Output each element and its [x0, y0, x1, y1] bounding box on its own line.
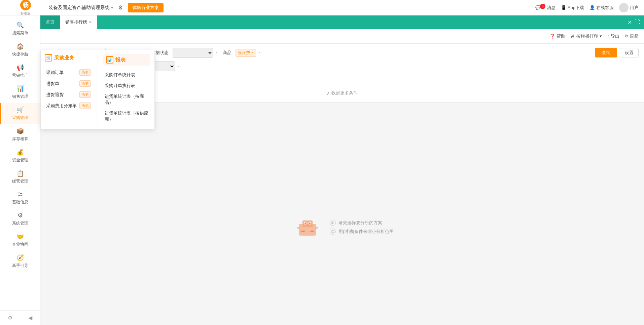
- tab-close-btn[interactable]: ✕: [628, 19, 632, 26]
- print-action[interactable]: 🖨 按模板打印 ▾: [571, 33, 602, 39]
- help-action[interactable]: ❓ 帮助: [550, 33, 565, 39]
- empty-illustration: [291, 214, 324, 241]
- sidebar-item-enterprise[interactable]: 🤝 企业协同: [0, 230, 40, 251]
- system-title-dropdown[interactable]: 装备及固定资产辅助管理系统 ▾: [48, 5, 113, 11]
- svg-rect-6: [301, 231, 305, 232]
- goods-label: 商品: [223, 50, 231, 56]
- sidebar-item-finance[interactable]: 💰 资金管理: [0, 145, 40, 166]
- dropdown-item-goods-in-stat-by-goods[interactable]: 进货单统计表（按商品）: [103, 91, 151, 108]
- purchase-menu-icon: 🛒: [45, 54, 52, 62]
- dropdown-item-purchase-cost[interactable]: 采购费用分摊单 历史: [45, 100, 92, 111]
- header-right: 💬 5 消息 📱 App下载 👤 在线客服 用户: [535, 3, 639, 12]
- sidebar-item-search[interactable]: 🔍 搜索菜单: [0, 18, 40, 39]
- empty-text-list: ① 请先选择要分析的方案 ② 用[过滤]条件来缩小分析范围: [330, 220, 393, 235]
- sidebar-item-quicknav[interactable]: 🏠 快捷导航: [0, 39, 40, 60]
- svg-point-4: [305, 222, 306, 224]
- inventory-icon: 📦: [16, 127, 24, 135]
- sidebar-item-operations[interactable]: 📋 经营管理: [0, 166, 40, 188]
- dropdown-item-goods-in-stat-by-supplier[interactable]: 进货单统计表（按供应商）: [103, 108, 151, 125]
- svg-point-5: [309, 222, 311, 224]
- step-num-1: ①: [330, 220, 336, 226]
- search-icon: 🔍: [16, 22, 24, 29]
- sidebar-bottom: ⚙ ◀: [0, 310, 40, 325]
- goods-tag[interactable]: 设计费 ×: [236, 49, 256, 57]
- collapse-chevron: ∧: [327, 91, 330, 96]
- tab-close-icon[interactable]: ×: [89, 20, 92, 25]
- empty-text-1: 请先选择要分析的方案: [338, 220, 382, 226]
- online-service-action[interactable]: 👤 在线客服: [589, 5, 614, 11]
- marketing-icon: 📢: [16, 64, 24, 71]
- voucher-status-select-wrapper: ···: [173, 48, 219, 58]
- sidebar-item-inventory[interactable]: 📦 库存核算: [0, 124, 40, 145]
- dropdown-divider: [98, 54, 98, 125]
- svg-rect-1: [302, 220, 313, 227]
- empty-row: ① 请先选择要分析的方案 ② 用[过滤]条件来缩小分析范围: [291, 214, 393, 241]
- goods-in-label: 进货单: [46, 81, 59, 87]
- empty-text-item-1: ① 请先选择要分析的方案: [330, 220, 393, 226]
- notification-action[interactable]: 💬 5 消息: [535, 5, 556, 11]
- dropdown-item-purchase-order[interactable]: 采购订单 历史: [45, 67, 92, 78]
- step-num-2: ②: [330, 229, 336, 235]
- settings-button[interactable]: 设置: [620, 48, 639, 57]
- goods-tag-close-icon[interactable]: ×: [251, 50, 254, 55]
- sidebar-label-inventory: 库存核算: [12, 136, 28, 142]
- system-settings-icon[interactable]: ⚙: [116, 3, 125, 12]
- sidebar-label-enterprise: 企业协同: [12, 242, 28, 247]
- guide-icon: 🧭: [16, 254, 24, 261]
- dropdown-item-goods-return[interactable]: 进货退货 历史: [45, 89, 92, 100]
- report-section-title: 报表: [115, 57, 126, 63]
- notification-label: 消息: [547, 5, 556, 11]
- dropdown-item-goods-in[interactable]: 进货单 历史: [45, 78, 92, 89]
- sidebar-item-basicinfo[interactable]: 🗂 基础信息: [0, 188, 40, 208]
- purchase-dropdown-menu: 🛒 采购业务 采购订单 历史 进货单 历史 进货退货 历史 采购费用分摊: [40, 50, 155, 129]
- dropdown-item-purchase-order-stat[interactable]: 采购订单统计表: [103, 70, 151, 80]
- voucher-status-select[interactable]: [173, 48, 213, 58]
- dropdown-report-col: 📊 报表 采购订单统计表 采购订单执行表 进货单统计表（按商品） 进货单统计表（…: [99, 54, 155, 125]
- tab-home-label: 首页: [46, 19, 55, 25]
- collapse-label: 收起更多条件: [331, 90, 358, 96]
- sidebar-item-marketing[interactable]: 📢 营销推广: [0, 60, 40, 82]
- main-layout: 🔍 搜索菜单 🏠 快捷导航 📢 营销推广 📊 销售管理 🛒 采购管理 📦 库存核…: [0, 15, 644, 325]
- sidebar-item-guide[interactable]: 🧭 新手引导: [0, 251, 40, 272]
- online-service-label: 在线客服: [596, 5, 614, 11]
- tab-sales-label: 销售排行榜: [65, 19, 87, 25]
- sidebar-label-purchase: 采购管理: [12, 115, 28, 121]
- goods-in-stat-goods-label: 进货单统计表（按商品）: [105, 93, 149, 106]
- finance-icon: 💰: [16, 149, 24, 156]
- sidebar-item-system[interactable]: ⚙ 系统管理: [0, 208, 40, 230]
- refresh-action[interactable]: ↻ 刷新: [625, 33, 639, 39]
- basicinfo-icon: 🗂: [17, 191, 23, 198]
- query-button[interactable]: 查询: [595, 48, 617, 57]
- industry-btn[interactable]: 体验行业方案: [128, 3, 164, 12]
- dropdown-item-purchase-order-exec[interactable]: 采购订单执行表: [103, 80, 151, 91]
- logo-area: 畅 标准版: [5, 0, 46, 16]
- tab-home[interactable]: 首页: [40, 15, 60, 29]
- sidebar-item-sales[interactable]: 📊 销售管理: [0, 82, 40, 103]
- dropdown-purchase-col: 🛒 采购业务 采购订单 历史 进货单 历史 进货退货 历史 采购费用分摊: [41, 54, 96, 125]
- tab-expand-btn[interactable]: ⛶: [635, 19, 640, 25]
- empty-state: ① 请先选择要分析的方案 ② 用[过滤]条件来缩小分析范围: [40, 103, 644, 325]
- app-download-action[interactable]: 📱 App下载: [561, 5, 584, 11]
- help-label: 帮助: [557, 33, 565, 39]
- goods-ellipsis[interactable]: ···: [257, 50, 262, 56]
- sidebar-item-purchase[interactable]: 🛒 采购管理: [0, 103, 40, 124]
- purchase-section-title: 采购业务: [54, 55, 74, 61]
- cart-icon: 🛒: [46, 55, 51, 60]
- voucher-status-ellipsis[interactable]: ···: [214, 50, 219, 56]
- purchase-order-label: 采购订单: [46, 70, 64, 76]
- print-dropdown-icon[interactable]: ▾: [600, 34, 602, 39]
- user-action[interactable]: 用户: [619, 3, 639, 12]
- operations-icon: 📋: [16, 170, 24, 177]
- export-action[interactable]: ↑ 导出: [607, 33, 620, 39]
- title-dropdown-arrow: ▾: [111, 5, 113, 10]
- sidebar-settings-icon[interactable]: ⚙: [8, 315, 12, 321]
- purchase-order-badge: 历史: [79, 69, 91, 76]
- tab-sales-ranking[interactable]: 销售排行榜 ×: [60, 15, 97, 29]
- sidebar-collapse-icon[interactable]: ◀: [28, 315, 32, 321]
- purchase-cost-badge: 历史: [79, 103, 91, 109]
- logo-icon: 畅: [20, 0, 31, 10]
- system-icon: ⚙: [17, 212, 23, 219]
- salesperson-ellipsis[interactable]: ···: [176, 63, 181, 69]
- export-icon: ↑: [607, 34, 610, 39]
- goods-tag-text: 设计费: [238, 50, 250, 56]
